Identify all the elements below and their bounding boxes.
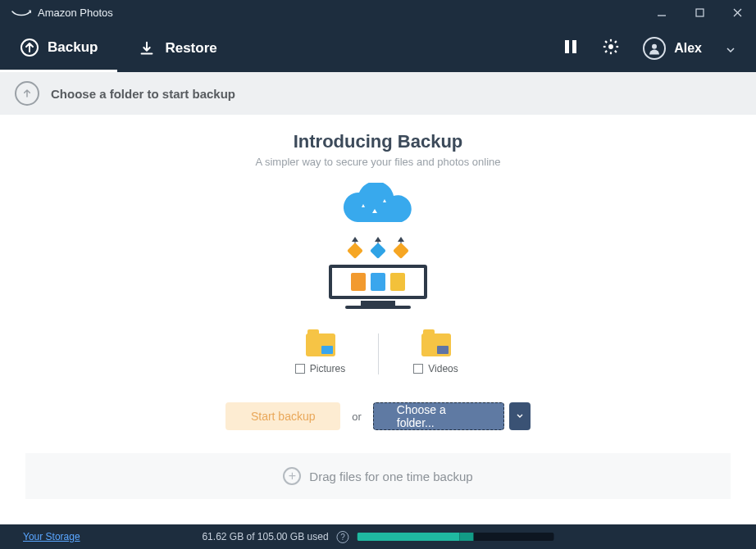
user-menu[interactable]: Alex — [643, 37, 735, 60]
titlebar: Amazon Photos — [0, 0, 756, 25]
maximize-button[interactable] — [681, 0, 718, 25]
window-controls — [643, 0, 756, 25]
divider — [378, 333, 379, 374]
storage-bar-fill — [358, 533, 460, 541]
footer: Your Storage 61.62 GB of 105.00 GB used … — [0, 524, 756, 549]
folder-options: Pictures Videos — [288, 333, 469, 374]
minimize-button[interactable] — [643, 0, 681, 25]
storage-usage-text: 61.62 GB of 105.00 GB used — [202, 531, 328, 542]
choose-folder-dropdown[interactable] — [509, 402, 531, 430]
cloud-icon — [329, 183, 427, 232]
storage-info: 61.62 GB of 105.00 GB used ? — [202, 531, 553, 543]
tab-backup-label: Backup — [48, 39, 98, 56]
intro-title: Introducing Backup — [294, 131, 463, 152]
videos-option[interactable]: Videos — [403, 333, 469, 374]
upload-outline-icon — [15, 81, 39, 106]
download-icon — [137, 39, 157, 58]
button-row: Start backup or Choose a folder... — [225, 402, 531, 430]
tab-restore[interactable]: Restore — [117, 25, 236, 72]
pictures-label: Pictures — [310, 363, 345, 374]
svg-rect-6 — [572, 40, 576, 53]
dropzone[interactable]: + Drag files for one time backup — [25, 453, 731, 499]
folder-pictures-icon — [306, 333, 335, 356]
avatar-icon — [643, 37, 666, 60]
start-backup-button[interactable]: Start backup — [225, 402, 340, 430]
folder-videos-icon — [421, 333, 451, 356]
choose-folder-button[interactable]: Choose a folder... — [373, 402, 504, 430]
tab-restore-label: Restore — [165, 40, 216, 57]
videos-label: Videos — [428, 363, 458, 374]
upload-icon — [20, 38, 39, 57]
plus-icon: + — [283, 467, 301, 485]
pictures-option[interactable]: Pictures — [288, 333, 353, 374]
storage-bar — [358, 533, 554, 541]
svg-rect-1 — [696, 9, 704, 16]
pause-button[interactable] — [562, 39, 579, 58]
app-title: Amazon Photos — [38, 7, 113, 19]
svg-line-14 — [605, 51, 607, 52]
navbar: Backup Restore Alex — [0, 25, 756, 72]
pictures-checkbox[interactable] — [295, 364, 305, 374]
dropzone-text: Drag files for one time backup — [309, 470, 472, 483]
close-button[interactable] — [718, 0, 756, 25]
amazon-logo-icon — [11, 7, 31, 18]
svg-line-13 — [615, 51, 617, 52]
or-text: or — [352, 411, 362, 423]
user-name: Alex — [674, 41, 702, 56]
svg-line-15 — [615, 41, 617, 43]
svg-rect-5 — [565, 40, 569, 53]
videos-checkbox[interactable] — [413, 364, 423, 374]
svg-point-16 — [652, 44, 657, 49]
intro-subtitle: A simpler way to secure your files and p… — [255, 156, 500, 168]
tab-backup[interactable]: Backup — [0, 25, 117, 72]
svg-point-7 — [608, 44, 613, 49]
content: Introducing Backup A simpler way to secu… — [0, 115, 756, 524]
your-storage-link[interactable]: Your Storage — [23, 531, 80, 542]
illustration — [312, 183, 444, 309]
settings-button[interactable] — [602, 38, 620, 59]
subheader: Choose a folder to start backup — [0, 72, 756, 115]
subheader-text: Choose a folder to start backup — [51, 87, 235, 101]
help-icon[interactable]: ? — [337, 531, 349, 543]
storage-bar-fill-2 — [459, 533, 473, 541]
svg-line-12 — [605, 41, 607, 43]
monitor-icon — [329, 265, 427, 299]
chevron-down-icon — [726, 41, 735, 56]
